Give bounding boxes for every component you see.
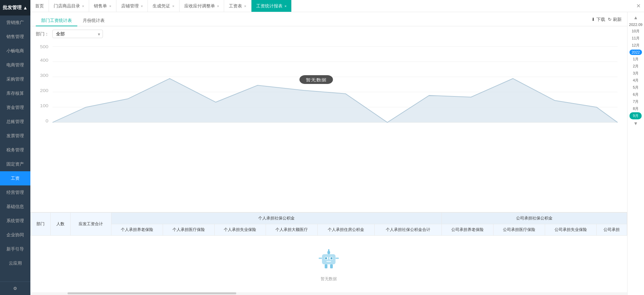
timeline-month-12月[interactable]: 12月: [629, 42, 642, 49]
tab-首页[interactable]: 首页: [30, 0, 49, 12]
sub-tab-部门工资统计表[interactable]: 部门工资统计表: [36, 16, 77, 26]
tab-生成凭证[interactable]: 生成凭证×: [148, 0, 179, 12]
sidebar-item-工资[interactable]: 工资: [0, 171, 30, 185]
sub-tab-月份统计表[interactable]: 月份统计表: [77, 16, 110, 26]
sidebar-item-系统管理[interactable]: 系统管理: [0, 214, 30, 228]
svg-rect-21: [319, 258, 322, 259]
svg-point-25: [325, 257, 327, 259]
svg-rect-15: [322, 254, 336, 264]
sidebar-item-资金管理[interactable]: 资金管理: [0, 100, 30, 115]
timeline-month-11月[interactable]: 11月: [629, 35, 642, 42]
svg-text:300: 300: [40, 73, 48, 78]
th-count: 人数: [50, 213, 70, 236]
sidebar-item-固定资产[interactable]: 固定资产: [0, 157, 30, 171]
tab-bar-close-btn[interactable]: ✕: [633, 3, 644, 9]
download-label: 下载: [596, 17, 605, 23]
sidebar: 批发管理 ▲ 营销推广销售管理小畅电商电商管理采购管理库存核算资金管理总账管理发…: [0, 0, 30, 295]
timeline-month-6月[interactable]: 6月: [629, 91, 642, 98]
chevron-up-icon: ▲: [23, 5, 28, 10]
tab-close-icon[interactable]: ×: [141, 4, 143, 8]
timeline-month-8月[interactable]: 8月: [629, 105, 642, 112]
sidebar-header-label: 批发管理: [3, 5, 22, 11]
download-icon: ⬇: [591, 17, 595, 22]
tab-label: 应收应付调整单: [184, 3, 215, 9]
main-content: 首页门店商品目录×销售单×店铺管理×生成凭证×应收应付调整单×工资表×工资统计报…: [30, 0, 644, 295]
tab-店铺管理[interactable]: 店铺管理×: [116, 0, 148, 12]
tab-close-icon[interactable]: ×: [82, 4, 84, 8]
sidebar-item-电商管理[interactable]: 电商管理: [0, 58, 30, 72]
filter-label: 部门：: [36, 31, 49, 37]
svg-text:100: 100: [40, 104, 48, 108]
sidebar-item-总账管理[interactable]: 总账管理: [0, 115, 30, 129]
sidebar-header[interactable]: 批发管理 ▲: [0, 0, 30, 16]
department-filter[interactable]: 全部: [52, 30, 103, 38]
svg-rect-22: [336, 258, 339, 259]
settings-icon[interactable]: ⚙: [0, 282, 30, 295]
timeline-month-3月[interactable]: 3月: [629, 70, 642, 77]
sidebar-item-基础信息[interactable]: 基础信息: [0, 200, 30, 214]
scroll-track[interactable]: [68, 292, 236, 294]
timeline-month-10月[interactable]: 10月: [629, 28, 642, 35]
sidebar-item-库存核算[interactable]: 库存核算: [0, 86, 30, 100]
sub-tabs-left: 部门工资统计表月份统计表: [36, 16, 110, 26]
timeline-month-1月[interactable]: 1月: [629, 56, 642, 63]
svg-text:0: 0: [46, 119, 48, 123]
tab-销售单[interactable]: 销售单×: [89, 0, 116, 12]
sidebar-item-小畅电商[interactable]: 小畅电商: [0, 44, 30, 58]
tab-close-icon[interactable]: ×: [285, 4, 287, 8]
tab-close-icon[interactable]: ×: [217, 4, 219, 8]
th-salary: 应发工资合计: [70, 213, 111, 236]
sub-tabs-actions: ⬇ 下载 ↻ 刷新: [591, 17, 622, 25]
svg-rect-19: [327, 251, 330, 254]
tab-应收应付调整单[interactable]: 应收应付调整单×: [180, 0, 224, 12]
sidebar-item-采购管理[interactable]: 采购管理: [0, 72, 30, 86]
sidebar-item-经营管理[interactable]: 经营管理: [0, 185, 30, 200]
th-department: 部门: [31, 213, 51, 236]
th-co-medical: 公司承担医疗保险: [493, 224, 545, 236]
tab-close-icon[interactable]: ×: [109, 4, 111, 8]
tab-close-icon[interactable]: ×: [172, 4, 174, 8]
tab-label: 工资统计报表: [256, 3, 283, 9]
department-filter-wrapper: 全部: [52, 30, 103, 38]
timeline-month-2月[interactable]: 2月: [629, 63, 642, 70]
tab-label: 生成凭证: [153, 3, 170, 9]
timeline-year-2022: 2022.09: [628, 22, 644, 28]
sidebar-item-税务管理[interactable]: 税务管理: [0, 143, 30, 157]
th-unemployment: 个人承担失业保险: [214, 224, 266, 236]
tab-工资统计报表[interactable]: 工资统计报表×: [251, 0, 292, 12]
tab-门店商品目录[interactable]: 门店商品目录×: [49, 0, 89, 12]
th-medical: 个人承担医疗保险: [163, 224, 214, 236]
empty-text: 暂无数据: [321, 276, 337, 282]
svg-marker-12: [53, 79, 618, 122]
empty-icon: [315, 246, 342, 273]
th-pension: 个人承担养老保险: [111, 224, 163, 236]
sidebar-item-营销推广[interactable]: 营销推广: [0, 16, 30, 30]
timeline-down-btn[interactable]: ▼: [632, 119, 640, 127]
svg-text:400: 400: [40, 58, 48, 62]
sidebar-item-销售管理[interactable]: 销售管理: [0, 30, 30, 44]
th-co-other: 公司承担: [596, 224, 627, 236]
page-content: 部门工资统计表月份统计表 ⬇ 下载 ↻ 刷新 部门：: [30, 12, 627, 295]
timeline-panel: ▲ 2022.09 10月11月12月20221月2月3月4月5月6月7月8月9…: [627, 12, 644, 295]
timeline-month-5月[interactable]: 5月: [629, 84, 642, 91]
th-co-unemployment: 公司承担失业保险: [545, 224, 597, 236]
timeline-month-4月[interactable]: 4月: [629, 77, 642, 84]
svg-text:200: 200: [40, 88, 48, 93]
timeline-month-9月[interactable]: 9月: [629, 112, 642, 119]
th-company-group: 公司承担社保公积金: [442, 213, 627, 224]
refresh-icon: ↻: [608, 17, 612, 22]
tab-bar: 首页门店商品目录×销售单×店铺管理×生成凭证×应收应付调整单×工资表×工资统计报…: [30, 0, 644, 12]
timeline-up-btn[interactable]: ▲: [632, 13, 640, 22]
timeline-month-7月[interactable]: 7月: [629, 98, 642, 105]
timeline-year-badge: 2022: [629, 50, 642, 55]
download-btn[interactable]: ⬇ 下载: [591, 17, 605, 23]
sidebar-item-发票管理[interactable]: 发票管理: [0, 129, 30, 143]
empty-state: 暂无数据: [31, 236, 627, 292]
svg-rect-23: [325, 264, 327, 268]
refresh-btn[interactable]: ↻ 刷新: [608, 17, 622, 23]
sidebar-item-新手引导[interactable]: 新手引导: [0, 242, 30, 256]
sidebar-item-企业协同[interactable]: 企业协同: [0, 228, 30, 242]
sidebar-item-云应用[interactable]: 云应用: [0, 256, 30, 270]
tab-工资表[interactable]: 工资表×: [224, 0, 251, 12]
tab-close-icon[interactable]: ×: [244, 4, 246, 8]
